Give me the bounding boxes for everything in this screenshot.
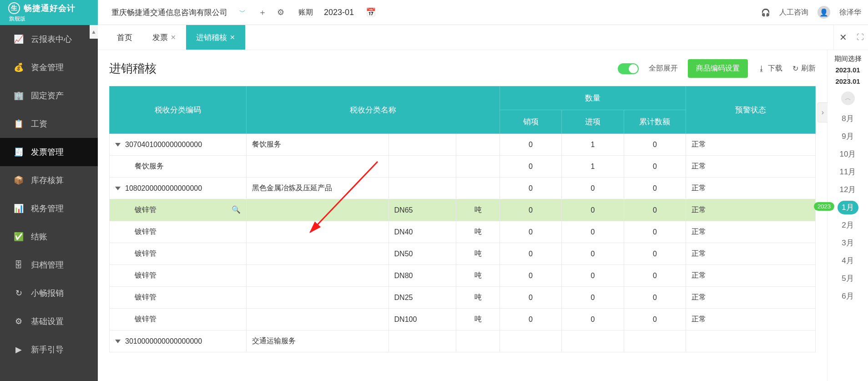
table-row[interactable]: 镀锌管DN25吨000正常 (110, 287, 816, 309)
sidebar-item-9[interactable]: ↻小畅报销 (0, 279, 98, 307)
expand-icon[interactable] (115, 187, 121, 190)
cell-unit (456, 330, 500, 352)
period-value[interactable]: 2023-01 (324, 8, 354, 17)
rail-collapse-icon[interactable]: › (818, 102, 828, 122)
user-name[interactable]: 徐泽华 (839, 8, 861, 17)
settings-icon[interactable]: ⚙ (276, 7, 286, 17)
sidebar-scroll-up-icon[interactable]: ▲ (90, 25, 98, 39)
cell-warn (686, 330, 816, 352)
company-selector[interactable]: 重庆畅捷通交通信息咨询有限公司 (111, 7, 227, 18)
month-4月[interactable]: 4月 (828, 252, 868, 269)
cell-unit (456, 156, 500, 178)
cell-spec: DN100 (389, 309, 456, 330)
sidebar-label: 库存核算 (31, 175, 64, 186)
table-row[interactable]: 餐饮服务010正常 (110, 156, 816, 178)
table-row[interactable]: 镀锌管🔍DN65吨000正常 (110, 199, 816, 221)
cell-warn: 正常 (686, 134, 816, 156)
table-row[interactable]: 镀锌管DN50吨000正常 (110, 243, 816, 265)
download-link[interactable]: ⭳下载 (758, 64, 782, 73)
cell-warn: 正常 (686, 287, 816, 309)
sidebar-item-7[interactable]: ✅结账 (0, 223, 98, 251)
tab-bar: 首页发票✕进销稽核✕ ✕ ⛶ (98, 25, 868, 50)
company-chevron-icon[interactable]: ﹀ (236, 8, 249, 16)
cell-name (247, 243, 389, 265)
cell-code: 3070401000000000000 (110, 134, 247, 156)
sidebar-icon: 📋 (14, 119, 24, 129)
cell-cum: 0 (624, 199, 686, 221)
month-11月[interactable]: 11月 (828, 163, 868, 181)
cell-cum: 0 (624, 134, 686, 156)
table-row[interactable]: 3010000000000000000交通运输服务 (110, 330, 816, 352)
month-6月[interactable]: 6月 (828, 287, 868, 305)
month-9月[interactable]: 9月 (828, 127, 868, 145)
cell-unit (456, 134, 500, 156)
cell-code: 镀锌管 (110, 221, 247, 243)
tab-1[interactable]: 发票✕ (142, 25, 186, 50)
month-2月[interactable]: 2月 (828, 216, 868, 234)
sidebar-item-10[interactable]: ⚙基础设置 (0, 307, 98, 335)
tab-close-icon[interactable]: ✕ (171, 34, 176, 41)
cell-sales: 0 (500, 199, 561, 221)
cell-purchase: 0 (562, 221, 624, 243)
cell-warn: 正常 (686, 309, 816, 330)
month-3月[interactable]: 3月 (828, 234, 868, 252)
product-code-button[interactable]: 商品编码设置 (688, 59, 748, 78)
headset-icon: 🎧 (761, 8, 770, 17)
sidebar-item-11[interactable]: ▶新手引导 (0, 335, 98, 364)
table-row[interactable]: 镀锌管DN80吨000正常 (110, 265, 816, 287)
sidebar-item-3[interactable]: 📋工资 (0, 110, 98, 138)
add-icon[interactable]: ＋ (257, 7, 267, 17)
cell-purchase: 0 (562, 309, 624, 330)
avatar-icon[interactable]: 👤 (818, 6, 830, 19)
table-row[interactable]: 镀锌管DN100吨000正常 (110, 309, 816, 330)
month-10月[interactable]: 10月 (828, 145, 868, 163)
tabs-close-button[interactable]: ✕ (833, 25, 853, 50)
tab-0[interactable]: 首页 (107, 25, 142, 50)
cell-sales: 0 (500, 287, 561, 309)
sidebar-item-5[interactable]: 📦库存核算 (0, 166, 98, 194)
calendar-icon[interactable]: 📅 (366, 7, 376, 17)
table-row[interactable]: 1080200000000000000黑色金属冶炼及压延产品000正常 (110, 178, 816, 199)
cell-name (247, 221, 389, 243)
sidebar-item-0[interactable]: 📈云报表中心 (0, 25, 98, 53)
table-row[interactable]: 镀锌管DN40吨000正常 (110, 221, 816, 243)
cell-spec (389, 156, 456, 178)
year-badge: 2023 (814, 202, 834, 211)
month-5月[interactable]: 5月 (828, 269, 868, 287)
sidebar-label: 归档管理 (31, 259, 64, 270)
topbar: 重庆畅捷通交通信息咨询有限公司 ﹀ ＋ ⚙ 账期 2023-01 📅 🎧 人工咨… (0, 0, 868, 25)
brand-name: 畅捷通好会计 (24, 3, 76, 14)
sidebar-item-2[interactable]: 🏢固定资产 (0, 81, 98, 110)
tab-close-icon[interactable]: ✕ (230, 34, 235, 41)
sidebar-item-8[interactable]: 🗄归档管理 (0, 251, 98, 279)
sidebar-label: 新手引导 (31, 344, 64, 355)
table-row[interactable]: 3070401000000000000餐饮服务010正常 (110, 134, 816, 156)
rail-sep: | (847, 74, 848, 77)
expand-icon[interactable] (115, 143, 121, 147)
cell-code: 镀锌管 (110, 265, 247, 287)
th-sales: 销项 (500, 110, 561, 134)
expand-toggle[interactable] (618, 63, 639, 74)
fullscreen-icon[interactable]: ⛶ (853, 25, 868, 50)
search-icon[interactable]: 🔍 (232, 205, 241, 214)
sidebar-item-4[interactable]: 🧾发票管理 (0, 138, 98, 166)
sidebar-item-1[interactable]: 💰资金管理 (0, 53, 98, 81)
cell-cum: 0 (624, 287, 686, 309)
month-12月[interactable]: 12月 (828, 181, 868, 198)
rail-up-icon[interactable]: ︿ (841, 91, 855, 105)
cell-unit: 吨 (456, 309, 500, 330)
sidebar-item-6[interactable]: 📊税务管理 (0, 194, 98, 223)
sidebar-label: 工资 (31, 118, 47, 129)
cell-cum (624, 330, 686, 352)
cell-code: 餐饮服务 (110, 156, 247, 178)
cell-name (247, 287, 389, 309)
sidebar-label: 小畅报销 (31, 288, 64, 299)
sidebar-icon: 📊 (14, 203, 24, 213)
expand-icon[interactable] (115, 340, 121, 343)
month-8月[interactable]: 8月 (828, 110, 868, 127)
tab-2[interactable]: 进销稽核✕ (186, 25, 245, 50)
month-1月[interactable]: 1月2023 (828, 198, 868, 216)
cell-warn: 正常 (686, 178, 816, 199)
refresh-link[interactable]: ↻刷新 (792, 64, 816, 73)
support-link[interactable]: 人工咨询 (779, 8, 808, 17)
